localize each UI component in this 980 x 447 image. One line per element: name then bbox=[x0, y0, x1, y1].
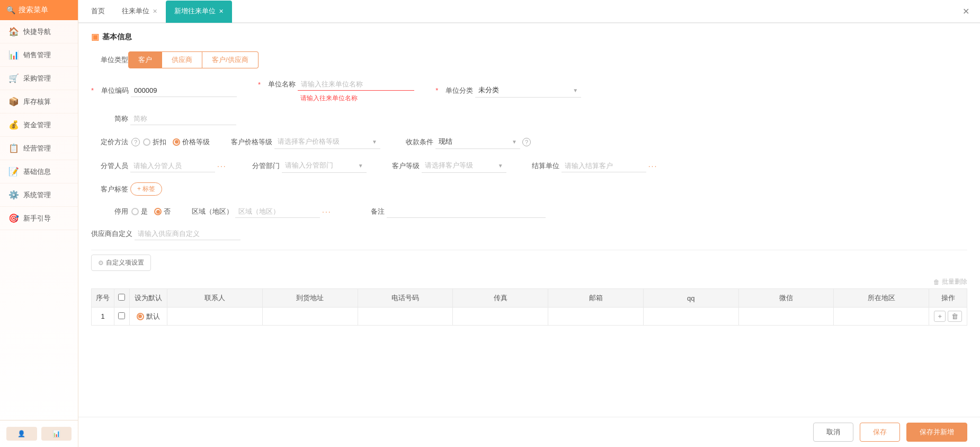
sidebar-item-label: 库存核算 bbox=[23, 97, 51, 107]
sidebar-item-guide[interactable]: 🎯 新手引导 bbox=[0, 207, 78, 230]
radio-discount-label: 折扣 bbox=[153, 137, 166, 147]
radio-price-level[interactable]: 价格等级 bbox=[173, 137, 210, 147]
pt-chevron: ▼ bbox=[512, 139, 517, 145]
note-input[interactable] bbox=[387, 205, 546, 218]
wechat-input[interactable] bbox=[742, 313, 831, 320]
fax-input[interactable] bbox=[456, 313, 545, 320]
unit-category-select[interactable]: 未分类 ▼ bbox=[475, 83, 581, 98]
region-more-btn[interactable]: ··· bbox=[322, 207, 332, 216]
td-default: 默认 bbox=[129, 308, 167, 326]
sidebar-item-inventory[interactable]: 📦 库存核算 bbox=[0, 90, 78, 113]
pricing-method-field: 定价方法 ? 折扣 价格等级 bbox=[91, 137, 210, 147]
sidebar-item-system[interactable]: ⚙️ 系统管理 bbox=[0, 183, 78, 207]
customer-price-level-select[interactable]: 请选择客户价格等级 ▼ bbox=[274, 135, 380, 149]
select-all-checkbox[interactable] bbox=[118, 294, 125, 301]
tab-home[interactable]: 首页 bbox=[83, 1, 113, 23]
manager-input[interactable] bbox=[130, 160, 215, 172]
purchase-icon: 🛒 bbox=[8, 73, 19, 83]
type-btn-both[interactable]: 客户/供应商 bbox=[202, 51, 259, 68]
region-input[interactable] bbox=[235, 205, 320, 218]
email-input[interactable] bbox=[551, 313, 640, 320]
disabled-field: 停用 是 否 bbox=[91, 207, 171, 216]
th-qq: qq bbox=[643, 289, 738, 308]
pricing-method-label: 定价方法 bbox=[91, 137, 128, 147]
manager-more-btn[interactable]: ··· bbox=[217, 162, 227, 170]
cpl-chevron: ▼ bbox=[372, 139, 377, 145]
supplier-custom-input[interactable] bbox=[135, 227, 240, 240]
payment-terms-select[interactable]: 现结 ▼ bbox=[435, 135, 520, 149]
settlement-more-btn[interactable]: ··· bbox=[648, 162, 658, 170]
unit-category-value: 未分类 bbox=[478, 85, 499, 95]
customer-tag-label: 客户标签 bbox=[91, 185, 128, 194]
sidebar-item-operations[interactable]: 📋 经营管理 bbox=[0, 137, 78, 160]
settlement-unit-field: 结算单位 ··· bbox=[528, 160, 658, 172]
sidebar-item-sales[interactable]: 📊 销售管理 bbox=[0, 43, 78, 67]
customer-level-select[interactable]: 请选择客户等级 ▼ bbox=[422, 159, 506, 173]
pricing-help-icon[interactable]: ? bbox=[131, 138, 140, 146]
tab-new-partner[interactable]: 新增往来单位 ✕ bbox=[166, 1, 232, 23]
note-label: 备注 bbox=[353, 207, 385, 216]
region-table-input[interactable] bbox=[837, 313, 925, 320]
row-short-name: 简称 bbox=[91, 112, 967, 125]
sidebar-item-finance[interactable]: 💰 资金管理 bbox=[0, 113, 78, 137]
department-select[interactable]: 请输入分管部门 ▼ bbox=[282, 159, 367, 173]
unit-code-required-star: * bbox=[91, 86, 94, 94]
sidebar-item-purchase[interactable]: 🛒 采购管理 bbox=[0, 67, 78, 90]
sales-icon: 📊 bbox=[8, 50, 19, 60]
save-new-button[interactable]: 保存并新增 bbox=[906, 423, 967, 442]
row-checkbox[interactable] bbox=[118, 312, 125, 319]
radio-no-dot bbox=[156, 210, 160, 214]
qq-input[interactable] bbox=[647, 313, 735, 320]
tab-new-partner-close[interactable]: ✕ bbox=[219, 8, 224, 15]
th-phone: 电话号码 bbox=[358, 289, 453, 308]
search-menu-btn[interactable]: 🔍 搜索菜单 bbox=[0, 0, 78, 20]
type-btn-supplier[interactable]: 供应商 bbox=[162, 51, 202, 68]
address-input[interactable] bbox=[266, 313, 354, 320]
batch-delete-btn[interactable]: 🗑 批量删除 bbox=[933, 277, 967, 286]
radio-no-circle bbox=[154, 208, 162, 215]
note-field: 备注 bbox=[353, 205, 546, 218]
sidebar-bottom-btn-2[interactable]: 📊 bbox=[41, 427, 72, 441]
unit-category-field: * 单位分类 未分类 ▼ bbox=[435, 83, 581, 98]
basic-info-icon: 📝 bbox=[8, 166, 19, 177]
radio-discount[interactable]: 折扣 bbox=[143, 137, 166, 147]
cl-chevron: ▼ bbox=[498, 163, 503, 169]
radio-no[interactable]: 否 bbox=[154, 207, 171, 216]
default-radio[interactable]: 默认 bbox=[133, 312, 164, 321]
finance-icon: 💰 bbox=[8, 120, 19, 130]
global-close-btn[interactable]: ✕ bbox=[956, 6, 976, 16]
td-contact bbox=[167, 308, 263, 326]
td-seq: 1 bbox=[92, 308, 114, 326]
phone-input[interactable] bbox=[361, 313, 450, 320]
unit-type-label: 单位类型 bbox=[91, 55, 128, 65]
unit-code-input[interactable] bbox=[131, 84, 237, 97]
tab-partners[interactable]: 往来单位 ✕ bbox=[113, 1, 166, 23]
batch-delete-label: 批量删除 bbox=[942, 277, 967, 286]
sidebar-bottom-btn-1[interactable]: 👤 bbox=[6, 427, 37, 441]
contact-input[interactable] bbox=[171, 313, 259, 320]
sidebar-item-label: 资金管理 bbox=[23, 120, 51, 130]
customer-level-field: 客户等级 请选择客户等级 ▼ bbox=[388, 159, 506, 173]
main-area: 首页 往来单位 ✕ 新增往来单位 ✕ ✕ ▣ 基本信息 单位类型 客户 供应商 … bbox=[78, 0, 980, 447]
type-btn-customer[interactable]: 客户 bbox=[128, 51, 162, 68]
department-label: 分管部门 bbox=[248, 161, 280, 171]
add-tag-btn[interactable]: + 标签 bbox=[130, 182, 162, 196]
settlement-unit-input[interactable] bbox=[562, 160, 646, 172]
save-button[interactable]: 保存 bbox=[860, 423, 900, 442]
tab-partners-close[interactable]: ✕ bbox=[153, 8, 157, 15]
cancel-button[interactable]: 取消 bbox=[813, 423, 853, 442]
sidebar-item-basic-info[interactable]: 📝 基础信息 bbox=[0, 160, 78, 183]
unit-category-chevron: ▼ bbox=[573, 87, 578, 93]
table-add-btn[interactable]: + bbox=[934, 311, 946, 322]
disabled-label: 停用 bbox=[91, 207, 128, 216]
manager-field: 分管人员 ··· bbox=[91, 160, 227, 172]
table-del-btn[interactable]: 🗑 bbox=[948, 311, 962, 322]
payment-help-icon[interactable]: ? bbox=[522, 138, 531, 146]
radio-price-level-circle bbox=[173, 138, 180, 146]
unit-name-input[interactable] bbox=[298, 78, 414, 91]
search-icon: 🔍 bbox=[6, 6, 15, 14]
custom-setting-btn[interactable]: ⚙ 自定义项设置 bbox=[91, 255, 151, 271]
short-name-input[interactable] bbox=[130, 112, 236, 125]
sidebar-item-quick-nav[interactable]: 🏠 快捷导航 bbox=[0, 20, 78, 43]
radio-yes[interactable]: 是 bbox=[131, 207, 148, 216]
